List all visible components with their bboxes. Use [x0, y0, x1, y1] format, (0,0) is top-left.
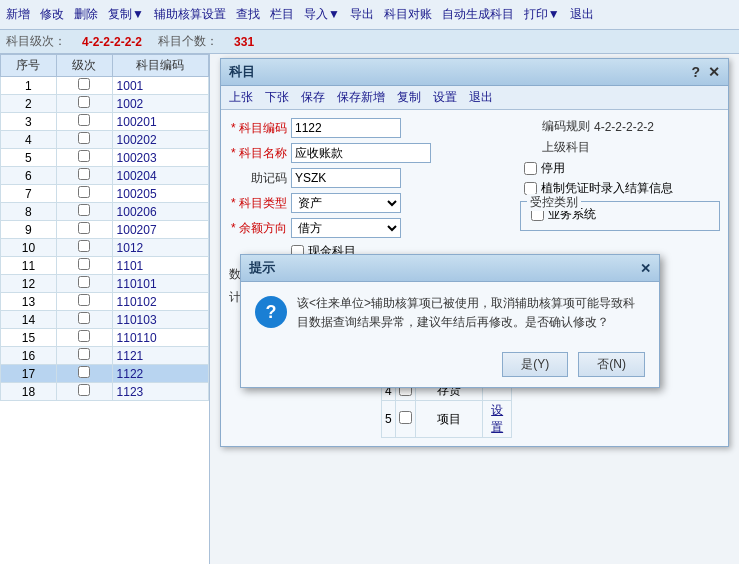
mnemonic-input[interactable]	[291, 168, 401, 188]
cell-seq: 12	[1, 275, 57, 293]
cell-checkbox[interactable]	[56, 203, 112, 221]
kemu-dialog-toolbar: 上张 下张 保存 保存新增 复制 设置 退出	[221, 86, 728, 110]
toolbar-btn-print[interactable]: 打印▼	[524, 6, 560, 23]
mnemonic-label: 助记码	[229, 170, 287, 187]
cell-code: 110102	[112, 293, 208, 311]
cell-seq: 2	[1, 95, 57, 113]
table-row[interactable]: 15 110110	[1, 329, 209, 347]
table-row[interactable]: 14 110103	[1, 311, 209, 329]
cell-checkbox[interactable]	[56, 293, 112, 311]
cell-checkbox[interactable]	[56, 329, 112, 347]
tishi-message: 该<往来单位>辅助核算项已被使用，取消辅助核算项可能导致科目数据查询结果异常，建…	[297, 294, 645, 332]
toolbar-btn-find[interactable]: 查找	[236, 6, 260, 23]
toolbar-btn-export[interactable]: 导出	[350, 6, 374, 23]
type-select[interactable]: 资产 负债 权益 成本 损益	[291, 193, 401, 213]
tishi-yes-button[interactable]: 是(Y)	[502, 352, 568, 377]
col-seq: 序号	[1, 55, 57, 77]
btn-next[interactable]: 下张	[265, 89, 289, 106]
cell-checkbox[interactable]	[56, 77, 112, 95]
table-row[interactable]: 16 1121	[1, 347, 209, 365]
btn-settings[interactable]: 设置	[433, 89, 457, 106]
toolbar-btn-delete[interactable]: 删除	[74, 6, 98, 23]
tishi-no-button[interactable]: 否(N)	[578, 352, 645, 377]
table-row[interactable]: 12 110101	[1, 275, 209, 293]
cell-checkbox[interactable]	[56, 221, 112, 239]
aux-table-row[interactable]: 5 项目 设置	[382, 401, 512, 438]
cell-checkbox[interactable]	[56, 275, 112, 293]
cell-checkbox[interactable]	[56, 149, 112, 167]
cell-code: 1121	[112, 347, 208, 365]
cell-checkbox[interactable]	[56, 185, 112, 203]
toolbar-btn-aux[interactable]: 辅助核算设置	[154, 6, 226, 23]
table-row[interactable]: 11 1101	[1, 257, 209, 275]
name-input[interactable]	[291, 143, 431, 163]
help-icon[interactable]: ?	[691, 64, 700, 80]
btn-prev[interactable]: 上张	[229, 89, 253, 106]
count-label: 科目个数：	[158, 33, 218, 50]
account-table: 序号 级次 科目编码 1 1001 2 1002 3 100201 4 1002…	[0, 54, 209, 401]
toolbar-btn-import[interactable]: 导入▼	[304, 6, 340, 23]
tishi-dialog: 提示 ✕ ? 该<往来单位>辅助核算项已被使用，取消辅助核算项可能导致科目数据查…	[240, 254, 660, 388]
cell-checkbox[interactable]	[56, 383, 112, 401]
table-row[interactable]: 8 100206	[1, 203, 209, 221]
toolbar-btn-autogen[interactable]: 自动生成科目	[442, 6, 514, 23]
cell-checkbox[interactable]	[56, 167, 112, 185]
cell-seq: 1	[1, 77, 57, 95]
table-row[interactable]: 1 1001	[1, 77, 209, 95]
table-row[interactable]: 5 100203	[1, 149, 209, 167]
code-input[interactable]	[291, 118, 401, 138]
cell-checkbox[interactable]	[56, 365, 112, 383]
direction-select[interactable]: 借方 贷方	[291, 218, 401, 238]
toolbar-btn-new[interactable]: 新增	[6, 6, 30, 23]
table-row[interactable]: 3 100201	[1, 113, 209, 131]
table-row[interactable]: 18 1123	[1, 383, 209, 401]
btn-save[interactable]: 保存	[301, 89, 325, 106]
kemu-dialog: 科目 ? ✕ 上张 下张 保存 保存新增 复制 设置 退出 * 科目编	[220, 58, 729, 447]
btn-save-new[interactable]: 保存新增	[337, 89, 385, 106]
name-label: * 科目名称	[229, 145, 287, 162]
table-row[interactable]: 10 1012	[1, 239, 209, 257]
cell-seq: 4	[1, 131, 57, 149]
aux-check-cell[interactable]	[395, 401, 415, 438]
table-row[interactable]: 13 110102	[1, 293, 209, 311]
row-code: * 科目编码	[229, 118, 512, 138]
toolbar-btn-copy[interactable]: 复制▼	[108, 6, 144, 23]
cell-checkbox[interactable]	[56, 131, 112, 149]
table-row[interactable]: 2 1002	[1, 95, 209, 113]
aux-num: 5	[382, 401, 396, 438]
kemu-title-icons: ? ✕	[691, 64, 720, 80]
controlled-section-title: 受控类别	[527, 194, 581, 211]
btn-exit[interactable]: 退出	[469, 89, 493, 106]
btn-copy[interactable]: 复制	[397, 89, 421, 106]
tishi-title-text: 提示	[249, 259, 275, 277]
right-panel: 科目 ? ✕ 上张 下张 保存 保存新增 复制 设置 退出 * 科目编	[210, 54, 739, 564]
aux-action-link[interactable]: 设置	[483, 401, 512, 438]
parent-label: 上级科目	[520, 139, 590, 156]
cell-code: 1001	[112, 77, 208, 95]
table-row[interactable]: 6 100204	[1, 167, 209, 185]
disabled-checkbox[interactable]	[524, 162, 537, 175]
cell-checkbox[interactable]	[56, 257, 112, 275]
cell-code: 1002	[112, 95, 208, 113]
main-toolbar: 新增 修改 删除 复制▼ 辅助核算设置 查找 栏目 导入▼ 导出 科目对账 自动…	[0, 0, 739, 30]
close-icon[interactable]: ✕	[708, 64, 720, 80]
row-encoding: 编码规则 4-2-2-2-2-2	[520, 118, 720, 135]
cell-checkbox[interactable]	[56, 239, 112, 257]
table-row[interactable]: 17 1122	[1, 365, 209, 383]
cell-code: 100201	[112, 113, 208, 131]
cell-checkbox[interactable]	[56, 113, 112, 131]
table-row[interactable]: 7 100205	[1, 185, 209, 203]
col-level: 级次	[56, 55, 112, 77]
cell-seq: 13	[1, 293, 57, 311]
cell-seq: 16	[1, 347, 57, 365]
tishi-close-icon[interactable]: ✕	[640, 261, 651, 276]
cell-checkbox[interactable]	[56, 95, 112, 113]
toolbar-btn-cols[interactable]: 栏目	[270, 6, 294, 23]
toolbar-btn-reconcile[interactable]: 科目对账	[384, 6, 432, 23]
cell-checkbox[interactable]	[56, 347, 112, 365]
table-row[interactable]: 4 100202	[1, 131, 209, 149]
cell-checkbox[interactable]	[56, 311, 112, 329]
toolbar-btn-exit[interactable]: 退出	[570, 6, 594, 23]
table-row[interactable]: 9 100207	[1, 221, 209, 239]
toolbar-btn-edit[interactable]: 修改	[40, 6, 64, 23]
